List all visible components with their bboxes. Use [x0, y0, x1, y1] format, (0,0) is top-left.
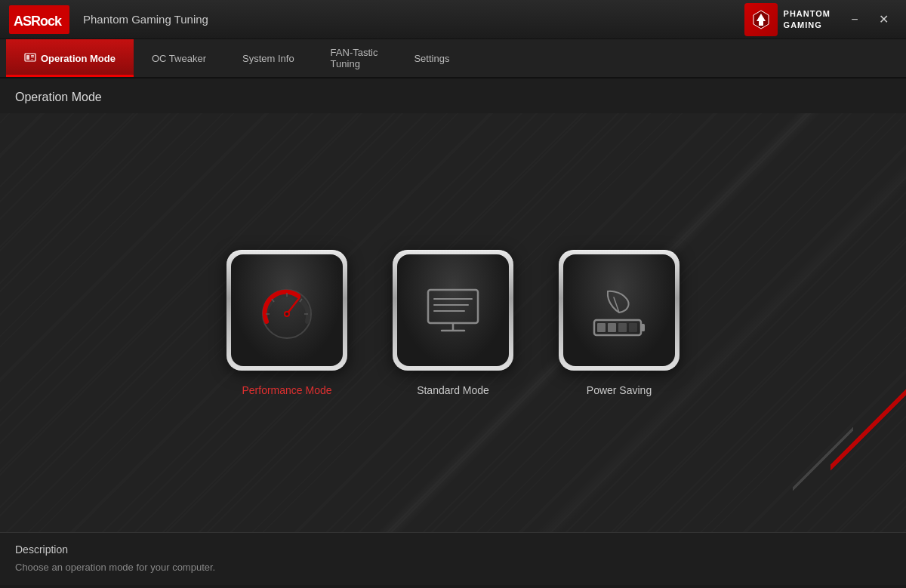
tab-system-info-label: System Info	[242, 53, 294, 64]
svg-rect-5	[31, 57, 34, 58]
svg-rect-4	[31, 55, 34, 57]
svg-rect-3	[26, 55, 29, 60]
app-title: Phantom Gaming Tuning	[83, 13, 744, 26]
performance-mode-card[interactable]: Performance Mode	[226, 250, 347, 396]
description-text: Choose an operation mode for your comput…	[15, 562, 891, 573]
tab-operation-mode[interactable]: Operation Mode	[6, 39, 134, 77]
leaf-battery-icon	[585, 276, 653, 344]
pg-icon	[744, 3, 778, 36]
speedometer-icon	[253, 276, 321, 344]
svg-point-15	[285, 312, 288, 316]
tab-fan-tastic-label: FAN-TasticTuning	[331, 47, 378, 69]
svg-rect-26	[618, 323, 627, 332]
power-saving-card[interactable]: Power Saving	[559, 250, 680, 396]
section-header: Operation Mode	[0, 79, 906, 113]
performance-mode-icon-inner	[231, 254, 343, 366]
standard-mode-icon-inner	[397, 254, 509, 366]
power-saving-icon-wrapper	[559, 250, 680, 371]
svg-rect-16	[428, 290, 478, 323]
performance-mode-icon-wrapper	[226, 250, 347, 371]
tab-bar: Operation Mode OC Tweaker System Info FA…	[0, 39, 906, 79]
tab-operation-mode-label: Operation Mode	[41, 53, 116, 64]
title-bar: ASRock Phantom Gaming Tuning PHANTOMGAMI…	[0, 0, 906, 39]
standard-mode-icon-wrapper	[393, 250, 513, 371]
svg-text:ASRock: ASRock	[14, 14, 63, 29]
tab-oc-tweaker-label: OC Tweaker	[152, 53, 206, 64]
svg-rect-23	[641, 324, 645, 331]
close-button[interactable]: ✕	[870, 6, 897, 33]
phantom-gaming-logo: PHANTOMGAMING	[744, 3, 830, 36]
performance-mode-label: Performance Mode	[242, 384, 331, 396]
standard-mode-label: Standard Mode	[417, 384, 489, 396]
svg-rect-24	[597, 323, 606, 332]
tab-settings-label: Settings	[414, 53, 449, 64]
modes-container: Performance Mode	[0, 113, 906, 532]
svg-rect-25	[608, 323, 616, 332]
description-bar: Description Choose an operation mode for…	[0, 532, 906, 585]
power-saving-label: Power Saving	[587, 384, 652, 396]
tab-settings[interactable]: Settings	[396, 39, 467, 77]
main-content: Performance Mode	[0, 113, 906, 532]
power-saving-icon-inner	[563, 254, 675, 366]
pg-text: PHANTOMGAMING	[784, 8, 830, 30]
tab-oc-tweaker[interactable]: OC Tweaker	[134, 39, 224, 77]
svg-line-13	[287, 297, 300, 314]
description-title: Description	[15, 543, 891, 556]
tab-system-info[interactable]: System Info	[224, 39, 313, 77]
monitor-icon	[419, 276, 487, 344]
minimize-button[interactable]: −	[841, 6, 868, 33]
operation-mode-icon	[24, 53, 36, 63]
svg-rect-6	[31, 59, 33, 60]
svg-rect-27	[629, 323, 637, 332]
tab-fan-tastic[interactable]: FAN-TasticTuning	[313, 39, 396, 77]
standard-mode-card[interactable]: Standard Mode	[393, 250, 513, 396]
section-title: Operation Mode	[15, 91, 102, 103]
asrock-logo: ASRock	[9, 5, 69, 34]
